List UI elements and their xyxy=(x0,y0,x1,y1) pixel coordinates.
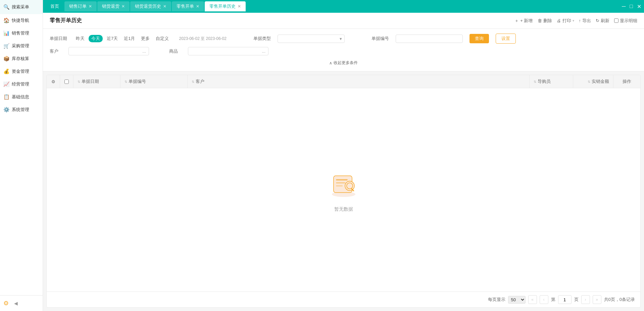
type-label: 单据类型 xyxy=(253,36,271,42)
sidebar-item-purchase-mgmt[interactable]: 🛒 采购管理 xyxy=(0,40,43,52)
sidebar-item-basic-info[interactable]: 📋 基础信息 xyxy=(0,91,43,103)
tab-sales-return-history[interactable]: 销货退货历史 ✕ xyxy=(130,1,171,11)
print-label: 打印 xyxy=(562,18,571,24)
th-op: 操作 xyxy=(613,75,640,88)
date-opt-more[interactable]: 更多 xyxy=(139,35,152,42)
page-input[interactable] xyxy=(558,295,572,304)
product-input[interactable]: ... xyxy=(188,47,268,55)
sidebar-item-quick-nav[interactable]: 🏠 快捷导航 xyxy=(0,14,43,27)
tab-home-label: 首页 xyxy=(50,3,59,9)
query-button[interactable]: 查询 xyxy=(469,34,489,43)
sidebar-item-sales-mgmt[interactable]: 📊 销售管理 xyxy=(0,27,43,40)
tab-sales-return-label: 销货退货 xyxy=(102,3,119,9)
product-ellipsis: ... xyxy=(262,49,265,54)
prev-page-button[interactable]: ‹ xyxy=(540,295,548,304)
last-page-button[interactable]: » xyxy=(593,295,601,304)
th-op-label: 操作 xyxy=(623,79,631,85)
close-tab-retail-open[interactable]: ✕ xyxy=(196,4,199,9)
th-no-label: 单据编号 xyxy=(129,79,146,85)
sidebar: 🔍 搜索采单 🏠 快捷导航 📊 销售管理 🛒 采购管理 📦 库存核算 💰 资金管… xyxy=(0,0,43,311)
th-sort-icon[interactable]: ⇅ xyxy=(78,80,80,84)
search-icon: 🔍 xyxy=(3,4,10,10)
last-page-icon: » xyxy=(596,297,598,302)
collapse-more-btn[interactable]: ∧ 收起更多条件 xyxy=(50,59,637,68)
filter-area: 单据日期 昨天 今天 近7天 近1月 更多 自定义 2023-06-02 至 2… xyxy=(43,29,644,71)
th-customer-label: 客户 xyxy=(196,79,204,85)
date-opt-last7[interactable]: 近7天 xyxy=(105,35,120,42)
display-detail-checkbox[interactable]: 显示明细 xyxy=(614,18,637,24)
next-page-button[interactable]: › xyxy=(581,295,590,304)
close-window-button[interactable]: ✕ xyxy=(637,3,641,10)
th-checkbox[interactable] xyxy=(60,75,73,88)
th-guide: ⇅ 导购员 xyxy=(530,75,573,88)
tab-sales-order-label: 销售订单 xyxy=(69,3,87,9)
date-opt-last30[interactable]: 近1月 xyxy=(122,35,137,42)
th-amount: ⇅ 实销金额 xyxy=(573,75,613,88)
add-button[interactable]: ＋ + 新增 xyxy=(514,18,533,24)
close-tab-sales-return-history[interactable]: ✕ xyxy=(163,4,166,9)
date-opt-yesterday[interactable]: 昨天 xyxy=(74,35,87,42)
sidebar-item-label: 采购管理 xyxy=(12,43,29,49)
customer-label: 客户 xyxy=(50,48,58,54)
settings-button[interactable]: 设置 xyxy=(496,34,516,44)
th-date: ⇅ 单据日期 xyxy=(73,75,120,88)
customer-input[interactable]: ... xyxy=(68,47,149,55)
tab-home[interactable]: 首页 xyxy=(46,1,64,11)
finance-icon: 💰 xyxy=(3,68,10,74)
collapse-sidebar-icon[interactable]: ◀ xyxy=(14,301,18,306)
th-sort-icon-customer[interactable]: ⇅ xyxy=(192,80,194,84)
close-tab-sales-order[interactable]: ✕ xyxy=(89,4,92,9)
th-settings[interactable]: ⚙ xyxy=(47,75,60,88)
system-icon: ⚙️ xyxy=(3,107,10,113)
type-select[interactable] xyxy=(278,35,345,43)
display-detail-label: 显示明细 xyxy=(620,18,637,24)
date-options: 昨天 今天 近7天 近1月 更多 自定义 xyxy=(74,35,171,42)
tab-retail-history[interactable]: 零售开单历史 ✕ xyxy=(205,1,246,11)
refresh-button[interactable]: ↻ 刷新 xyxy=(596,18,609,24)
basicinfo-icon: 📋 xyxy=(3,94,10,100)
tab-retail-open[interactable]: 零售开单 ✕ xyxy=(172,1,204,11)
close-tab-sales-return[interactable]: ✕ xyxy=(121,4,125,9)
settings-bottom-icon[interactable]: ⚙ xyxy=(3,300,9,307)
operation-icon: 📈 xyxy=(3,81,10,87)
sidebar-search[interactable]: 🔍 搜索采单 xyxy=(0,0,43,14)
sidebar-item-inventory[interactable]: 📦 库存核算 xyxy=(0,52,43,65)
per-page-select[interactable]: 50 100 200 xyxy=(508,296,526,304)
sidebar-item-label: 销售管理 xyxy=(12,30,29,36)
print-button[interactable]: 🖨 打印 ▾ xyxy=(557,18,574,24)
export-button[interactable]: ↑ 导出 xyxy=(579,18,591,24)
date-opt-today[interactable]: 今天 xyxy=(89,35,103,42)
close-tab-retail-history[interactable]: ✕ xyxy=(238,4,241,9)
page-label: 第 xyxy=(551,297,555,303)
th-sort-icon-amount[interactable]: ⇅ xyxy=(588,80,590,84)
sidebar-item-label: 系统管理 xyxy=(12,107,29,113)
inventory-icon: 📦 xyxy=(3,56,10,62)
sidebar-item-finance[interactable]: 💰 资金管理 xyxy=(0,65,43,78)
delete-button[interactable]: 🗑 删除 xyxy=(538,18,552,24)
th-customer: ⇅ 客户 xyxy=(188,75,530,88)
svg-rect-4 xyxy=(336,185,343,187)
display-detail-input[interactable] xyxy=(614,18,618,23)
gear-icon: ⚙ xyxy=(51,79,55,84)
sidebar-item-system-mgmt[interactable]: ⚙️ 系统管理 xyxy=(0,103,43,116)
tab-sales-order[interactable]: 销售订单 ✕ xyxy=(64,1,97,11)
type-select-wrapper xyxy=(278,35,345,43)
sidebar-item-operation[interactable]: 📈 经营管理 xyxy=(0,78,43,91)
minimize-button[interactable]: ─ xyxy=(622,3,626,9)
no-input[interactable] xyxy=(396,35,463,43)
customer-ellipsis: ... xyxy=(142,49,146,54)
add-icon: ＋ xyxy=(514,18,519,24)
first-page-button[interactable]: « xyxy=(528,295,537,304)
th-no: ⇅ 单据编号 xyxy=(120,75,188,88)
collapse-label: 收起更多条件 xyxy=(334,60,358,66)
main-area: 首页 销售订单 ✕ 销货退货 ✕ 销货退货历史 ✕ 零售开单 ✕ 零售开单历史 … xyxy=(43,0,644,311)
maximize-button[interactable]: □ xyxy=(630,3,633,9)
th-sort-icon-guide[interactable]: ⇅ xyxy=(534,80,536,84)
date-opt-custom[interactable]: 自定义 xyxy=(154,35,171,42)
th-sort-icon-no[interactable]: ⇅ xyxy=(125,80,127,84)
select-all-checkbox[interactable] xyxy=(64,80,69,84)
sidebar-search-label: 搜索采单 xyxy=(12,4,29,10)
tab-sales-return[interactable]: 销货退货 ✕ xyxy=(97,1,130,11)
content-area: 零售开单历史 ＋ + 新增 🗑 删除 🖨 打印 ▾ ↑ 导出 xyxy=(43,13,644,311)
page-title: 零售开单历史 xyxy=(50,17,82,24)
